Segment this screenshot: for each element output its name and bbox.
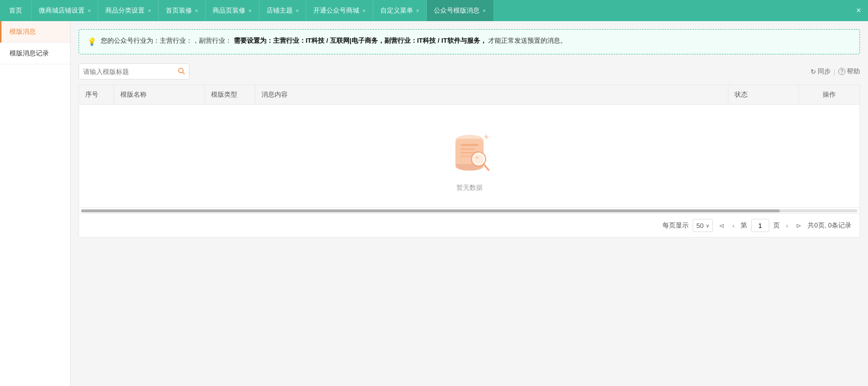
sidebar-item-template-record[interactable]: 模版消息记录 xyxy=(0,43,70,64)
svg-point-12 xyxy=(476,156,479,159)
sync-label: 同步 xyxy=(818,67,831,76)
empty-icon xyxy=(444,125,495,175)
th-seq: 序号 xyxy=(79,85,114,104)
th-name: 模版名称 xyxy=(114,85,205,104)
nav-tab-custom-menu[interactable]: 自定义菜单 × xyxy=(373,0,427,21)
nav-tab-category[interactable]: 商品分类设置 × xyxy=(98,0,158,21)
nav-tab-open-shop-label: 开通公众号商城 xyxy=(313,6,359,15)
scroll-track xyxy=(81,209,857,212)
svg-rect-7 xyxy=(460,156,472,157)
svg-line-1 xyxy=(183,72,185,74)
nav-tab-shop-theme-close[interactable]: × xyxy=(296,8,299,14)
sidebar-item-template-record-label: 模版消息记录 xyxy=(10,49,49,57)
page-input[interactable] xyxy=(751,219,769,232)
notice-suffix: 才能正常发送预置的消息。 xyxy=(488,37,567,44)
toolbar-divider: | xyxy=(834,68,835,75)
nav-tab-open-shop[interactable]: 开通公众号商城 × xyxy=(306,0,373,21)
scrollbar-area[interactable] xyxy=(79,207,859,213)
data-table: 序号 模版名称 模版类型 消息内容 状态 操作 xyxy=(79,85,860,238)
th-status: 状态 xyxy=(728,85,799,104)
nav-tab-product-deco[interactable]: 商品页装修 × xyxy=(206,0,259,21)
notice-bold-text: 需要设置为：主营行业：IT科技 / 互联网|电子商务，副营行业：IT科技 / I… xyxy=(234,37,487,44)
nav-tab-template-msg-label: 公众号模版消息 xyxy=(434,6,480,15)
page-label-pre: 第 xyxy=(741,221,747,230)
notice-text: 您的公众号行业为：主营行业：，副营行业： 需要设置为：主营行业：IT科技 / 互… xyxy=(101,36,567,46)
prev-page-button[interactable]: ‹ xyxy=(730,221,737,230)
top-nav: 首页 微商城店铺设置 × 商品分类设置 × 首页装修 × 商品页装修 × 店铺主… xyxy=(0,0,868,21)
nav-tab-home-deco[interactable]: 首页装修 × xyxy=(159,0,206,21)
sidebar-item-template-message[interactable]: 模版消息 xyxy=(0,21,70,43)
last-page-button[interactable]: ⊳ xyxy=(794,221,804,230)
nav-tab-home-deco-close[interactable]: × xyxy=(195,8,198,14)
page-size-value: 50 xyxy=(696,222,703,229)
nav-tab-template-msg[interactable]: 公众号模版消息 × xyxy=(427,0,493,21)
scroll-thumb xyxy=(81,209,780,212)
sync-icon: ↻ xyxy=(811,68,816,75)
total-label: 共0页, 0条记录 xyxy=(808,221,851,230)
help-icon: ? xyxy=(838,68,845,75)
nav-tab-home[interactable]: 首页 xyxy=(0,0,32,21)
toolbar-right: ↻ 同步 | ? 帮助 xyxy=(811,67,860,76)
search-button[interactable] xyxy=(178,67,185,76)
th-type: 模版类型 xyxy=(205,85,255,104)
svg-rect-5 xyxy=(460,148,475,150)
first-page-button[interactable]: ⊲ xyxy=(717,221,726,230)
nav-close-all-button[interactable]: × xyxy=(849,6,868,15)
nav-tab-category-label: 商品分类设置 xyxy=(105,6,145,15)
sidebar: 模版消息 模版消息记录 xyxy=(0,21,71,386)
nav-tab-product-deco-label: 商品页装修 xyxy=(213,6,245,15)
table-header: 序号 模版名称 模版类型 消息内容 状态 操作 xyxy=(79,85,859,105)
svg-rect-4 xyxy=(460,144,479,146)
help-button[interactable]: ? 帮助 xyxy=(838,67,860,76)
sync-button[interactable]: ↻ 同步 xyxy=(811,67,831,76)
search-input[interactable] xyxy=(83,68,178,75)
empty-state: 暂无数据 xyxy=(79,105,859,207)
sidebar-item-template-message-label: 模版消息 xyxy=(10,28,36,35)
nav-tab-category-close[interactable]: × xyxy=(148,8,151,14)
notice-icon: 💡 xyxy=(87,36,97,48)
chevron-down-icon: ∨ xyxy=(706,223,709,228)
main-layout: 模版消息 模版消息记录 💡 您的公众号行业为：主营行业：，副营行业： 需要设置为… xyxy=(0,21,868,386)
search-input-wrap xyxy=(79,63,189,80)
nav-tab-shop-theme-label: 店铺主题 xyxy=(266,6,293,15)
notice-box: 💡 您的公众号行业为：主营行业：，副营行业： 需要设置为：主营行业：IT科技 /… xyxy=(79,29,860,54)
nav-tab-weshop-label: 微商城店铺设置 xyxy=(39,6,85,15)
nav-tab-weshop[interactable]: 微商城店铺设置 × xyxy=(32,0,98,21)
th-action: 操作 xyxy=(799,85,859,104)
nav-tab-custom-menu-label: 自定义菜单 xyxy=(380,6,413,15)
nav-tab-custom-menu-close[interactable]: × xyxy=(416,8,419,14)
nav-tab-weshop-close[interactable]: × xyxy=(88,8,91,14)
next-page-button[interactable]: › xyxy=(784,221,790,230)
page-size-select[interactable]: 50 ∨ xyxy=(693,219,712,232)
svg-point-10 xyxy=(474,154,484,164)
nav-tab-home-deco-label: 首页装修 xyxy=(166,6,192,15)
svg-line-11 xyxy=(484,164,489,170)
empty-text: 暂无数据 xyxy=(456,183,483,192)
search-row: ↻ 同步 | ? 帮助 xyxy=(79,63,860,80)
nav-tab-home-label: 首页 xyxy=(9,6,22,15)
nav-tab-product-deco-close[interactable]: × xyxy=(248,8,251,14)
pagination: 每页显示 50 ∨ ⊲ ‹ 第 页 › ⊳ 共0页, 0条记录 xyxy=(79,213,859,237)
th-content: 消息内容 xyxy=(255,85,728,104)
nav-tab-open-shop-close[interactable]: × xyxy=(362,8,365,14)
nav-tab-shop-theme[interactable]: 店铺主题 × xyxy=(259,0,306,21)
page-size-label: 每页显示 xyxy=(662,221,689,230)
nav-tab-template-msg-close[interactable]: × xyxy=(483,8,486,14)
content-area: 💡 您的公众号行业为：主营行业：，副营行业： 需要设置为：主营行业：IT科技 /… xyxy=(71,21,868,386)
page-label-post: 页 xyxy=(773,221,780,230)
notice-prefix: 您的公众号行业为：主营行业：，副营行业： xyxy=(101,37,232,44)
help-label: 帮助 xyxy=(847,67,860,76)
